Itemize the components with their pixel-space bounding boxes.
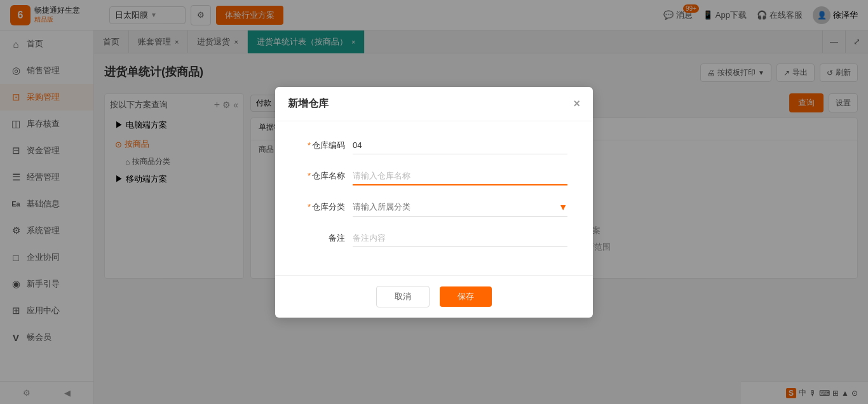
dialog-footer: 取消 保存 (275, 275, 593, 318)
form-row-code: 仓库编码 (301, 137, 567, 154)
save-button[interactable]: 保存 (440, 286, 492, 307)
form-row-name: 仓库名称 (301, 167, 567, 185)
dialog-title: 新增仓库 (288, 97, 329, 111)
form-row-category: 仓库分类 ▼ (301, 198, 567, 217)
dialog-close-icon[interactable]: × (573, 97, 580, 111)
new-warehouse-dialog: 新增仓库 × 仓库编码 仓库名称 仓库分类 ▼ (275, 87, 593, 318)
category-label: 仓库分类 (301, 201, 345, 213)
code-label: 仓库编码 (301, 140, 345, 151)
category-arrow-icon[interactable]: ▼ (559, 202, 567, 212)
form-row-note: 备注 (301, 229, 567, 247)
name-label: 仓库名称 (301, 170, 345, 182)
category-select-row[interactable]: ▼ (353, 198, 567, 217)
dialog-header: 新增仓库 × (275, 87, 593, 121)
dialog-body: 仓库编码 仓库名称 仓库分类 ▼ 备注 (275, 121, 593, 275)
code-input[interactable] (353, 137, 567, 154)
cancel-button[interactable]: 取消 (376, 286, 430, 307)
modal-overlay: 新增仓库 × 仓库编码 仓库名称 仓库分类 ▼ (0, 0, 868, 404)
name-input[interactable] (353, 167, 567, 185)
note-label: 备注 (301, 232, 345, 244)
category-input[interactable] (353, 202, 559, 212)
note-input[interactable] (353, 229, 567, 247)
